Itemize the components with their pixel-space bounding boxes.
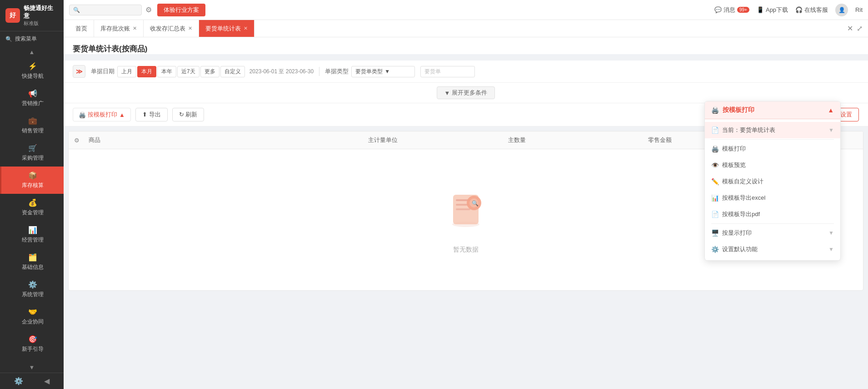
date-btn-more[interactable]: 更多 (200, 66, 219, 77)
date-buttons: 上月 本月 本年 近7天 更多 自定义 (117, 66, 245, 77)
template-panel-title-text: 按模板打印 (723, 106, 754, 114)
edition-label: 标准版 (24, 20, 58, 26)
brand-name: 畅捷通好生意 (24, 5, 58, 20)
type-select[interactable]: 要货单类型 ▼ (351, 66, 415, 77)
sidebar-scroll-down[interactable]: ▼ (0, 362, 64, 373)
template-set-default-item[interactable]: ⚙️ 设置默认功能 ▼ (705, 241, 840, 258)
guide-icon: 🎯 (28, 335, 37, 344)
filter-divider-1 (319, 67, 319, 76)
sidebar-item-label: 快捷导航 (22, 72, 44, 80)
template-current-item[interactable]: 📄 当前：要货单统计表 ▼ (705, 122, 840, 138)
display-print-label: 按显示打印 (722, 229, 752, 237)
date-btn-prev-month[interactable]: 上月 (117, 66, 136, 77)
tab-close-all-icon[interactable]: ✕ (847, 24, 853, 33)
goods-filter-placeholder: 要货单 (424, 68, 441, 76)
sidebar-scroll-up[interactable]: ▲ (0, 46, 64, 57)
tab-order-stats[interactable]: 要货单统计表 ✕ (199, 20, 254, 37)
date-range-display: 2023-06-01 至 2023-06-30 (249, 68, 314, 76)
print-chevron-up: ▲ (119, 111, 125, 118)
sidebar-item-label: 库存核算 (22, 182, 44, 189)
online-service-btn[interactable]: 🎧 在线客服 (795, 6, 828, 14)
username: Rit (855, 6, 863, 13)
table-check-col: ⚙ (74, 137, 89, 144)
template-design-left: ✏️ 模板自定义设计 (711, 177, 763, 186)
date-btn-7days[interactable]: 近7天 (177, 66, 200, 77)
tab-home-label: 首页 (75, 25, 87, 33)
sidebar-item-basics[interactable]: 🗂️ 基础信息 (0, 248, 64, 276)
tab-home[interactable]: 首页 (69, 20, 94, 37)
template-preview-label: 模板预览 (722, 161, 746, 169)
template-print-item[interactable]: 🖨️ 模板打印 (705, 141, 840, 157)
print-dropdown-btn[interactable]: 🖨️ 按模板打印 ▲ (73, 108, 131, 121)
sidebar-item-quick-nav[interactable]: ⚡ 快捷导航 (0, 57, 64, 85)
topbar-gear-icon[interactable]: ⚙ (145, 5, 152, 14)
operations-icon: 📊 (28, 226, 37, 234)
sidebar-item-sales[interactable]: 💼 销售管理 (0, 112, 64, 139)
refresh-btn[interactable]: ↻ 刷新 (172, 108, 205, 121)
set-default-chevron: ▼ (828, 246, 834, 253)
sidebar-item-apps[interactable]: 📱 应用中心 (0, 358, 64, 362)
export-icon: ⬆ (142, 111, 147, 118)
template-pdf-label: 按模板导出pdf (722, 210, 760, 218)
message-btn[interactable]: 💬 消息 99+ (714, 6, 749, 14)
tab-inventory-batch-close[interactable]: ✕ (133, 25, 137, 31)
template-excel-item[interactable]: 📊 按模板导出excel (705, 190, 840, 206)
template-panel-close-btn[interactable]: ▲ (828, 106, 834, 114)
template-pdf-item[interactable]: 📄 按模板导出pdf (705, 206, 840, 222)
app-download-btn[interactable]: 📱 App下载 (757, 6, 788, 14)
table-unit-header: 主计量单位 (368, 136, 508, 144)
page-header: 要货单统计表(按商品) (64, 37, 868, 54)
sidebar-item-inventory[interactable]: 📦 库存核算 (0, 167, 64, 194)
page-content: 要货单统计表(按商品) ≫ 单据日期 上月 本月 本年 近7天 更多 自定义 2… (64, 37, 868, 389)
table-gear-icon[interactable]: ⚙ (74, 137, 80, 144)
online-service-label: 在线客服 (804, 6, 828, 14)
tab-order-stats-close[interactable]: ✕ (244, 25, 248, 31)
date-btn-this-year[interactable]: 本年 (157, 66, 176, 77)
search-label: 搜索菜单 (15, 35, 37, 43)
display-print-chevron: ▼ (828, 230, 834, 236)
sidebar-item-purchase[interactable]: 🛒 采购管理 (0, 139, 64, 167)
template-divider-2 (711, 223, 834, 224)
empty-illustration: 🔍 (443, 186, 489, 231)
export-btn[interactable]: ⬆ 导出 (135, 108, 168, 121)
sidebar: 好 畅捷通好生意 标准版 🔍 搜索菜单 ▲ ⚡ 快捷导航 📢 营销推广 💼 销售… (0, 0, 64, 389)
filter-collapse-btn[interactable]: ≫ (73, 65, 85, 78)
set-default-label: 设置默认功能 (722, 245, 758, 253)
template-current-chevron: ▼ (828, 127, 834, 133)
sidebar-item-cooperation[interactable]: 🤝 企业协同 (0, 303, 64, 330)
sidebar-item-finance[interactable]: 💰 资金管理 (0, 194, 64, 221)
logo-text: 畅捷通好生意 标准版 (24, 5, 58, 26)
expand-conditions-btn[interactable]: ▼ 展开更多条件 (437, 86, 495, 99)
refresh-icon: ↻ (179, 111, 184, 118)
template-display-print-item[interactable]: 🖥️ 按显示打印 ▼ (705, 225, 840, 241)
template-current-left: 📄 当前：要货单统计表 (711, 126, 775, 134)
table-quantity-header: 主数量 (508, 136, 648, 144)
app-download-label: App下载 (766, 6, 788, 14)
avatar[interactable]: 👤 (835, 4, 848, 16)
sidebar-item-label: 基础信息 (22, 263, 44, 271)
template-print-left: 🖨️ 模板打印 (711, 145, 746, 153)
tab-receipt-summary-close[interactable]: ✕ (188, 25, 192, 31)
sidebar-item-guide[interactable]: 🎯 新手引导 (0, 330, 64, 358)
template-preview-item[interactable]: 👁️ 模板预览 (705, 157, 840, 173)
topbar-search-icon: 🔍 (73, 7, 80, 13)
expand-label: 展开更多条件 (452, 89, 487, 97)
sidebar-item-system[interactable]: ⚙️ 系统管理 (0, 276, 64, 303)
collapse-icon[interactable]: ◀ (44, 377, 50, 385)
settings-icon[interactable]: ⚙️ (14, 377, 23, 385)
sidebar-item-operations[interactable]: 📊 经营管理 (0, 221, 64, 248)
tab-expand-icon[interactable]: ⤢ (857, 24, 863, 33)
template-divider-1 (711, 139, 834, 140)
sidebar-item-marketing[interactable]: 📢 营销推广 (0, 85, 64, 112)
date-btn-custom[interactable]: 自定义 (220, 66, 245, 77)
goods-filter-input[interactable]: 要货单 (420, 66, 475, 77)
template-design-item[interactable]: ✏️ 模板自定义设计 (705, 173, 840, 190)
industry-btn[interactable]: 体验行业方案 (157, 4, 205, 16)
date-btn-this-month[interactable]: 本月 (137, 66, 156, 77)
basics-icon: 🗂️ (28, 253, 37, 262)
template-current-label: 当前：要货单统计表 (722, 126, 775, 134)
topbar-search[interactable]: 🔍 (69, 5, 142, 15)
sidebar-search[interactable]: 🔍 搜索菜单 (0, 31, 64, 46)
tab-receipt-summary[interactable]: 收发存汇总表 ✕ (144, 20, 199, 37)
tab-inventory-batch[interactable]: 库存批次账 ✕ (94, 20, 144, 37)
